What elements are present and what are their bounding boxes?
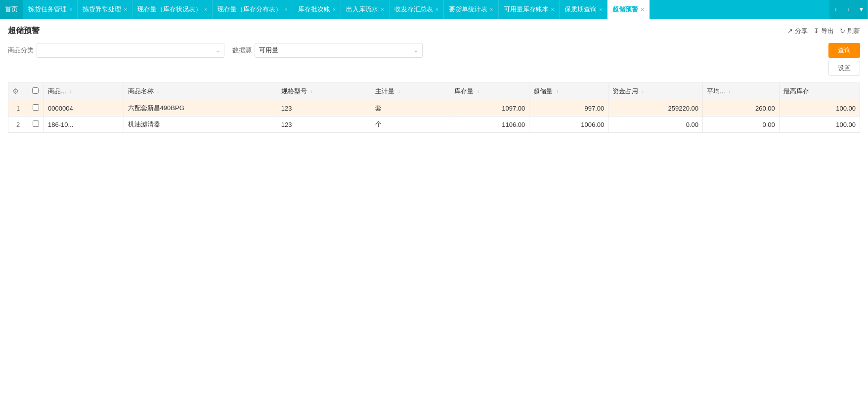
nav-item-home[interactable]: 首页 — [0, 0, 23, 19]
category-select-arrow: ⌄ — [216, 47, 220, 54]
row-code-1: 186-10... — [44, 117, 124, 133]
row-maxstock-1: 100.00 — [779, 117, 860, 133]
datasource-select[interactable]: 可用量 ⌄ — [255, 43, 423, 58]
row-checkbox-0[interactable] — [28, 100, 44, 117]
nav-close-stock-status[interactable]: × — [204, 6, 207, 12]
query-button[interactable]: 查询 — [828, 43, 860, 58]
nav-close-overstock[interactable]: × — [641, 6, 644, 12]
category-filter: 商品分类 ⌄ — [8, 43, 224, 58]
nav-close-batch[interactable]: × — [333, 6, 336, 12]
datasource-select-arrow: ⌄ — [414, 47, 418, 54]
nav-close-task[interactable]: × — [69, 6, 72, 12]
sort-name-icon[interactable]: ↕ — [157, 89, 159, 94]
sort-overstock-icon[interactable]: ↕ — [556, 89, 559, 94]
sort-code-icon[interactable]: ↕ — [69, 89, 72, 94]
column-stock: 库存量 ↕ — [450, 83, 529, 100]
sort-spec-icon[interactable]: ↕ — [310, 89, 312, 94]
datasource-filter: 数据源 可用量 ⌄ — [232, 43, 423, 58]
nav-close-stock-dist[interactable]: × — [284, 6, 287, 12]
sort-avg-icon[interactable]: ↕ — [728, 89, 731, 94]
setting-button[interactable]: 设置 — [828, 61, 860, 76]
page-header: 超储预警 ↗ 分享 ↧ 导出 ↻ 刷新 — [8, 26, 860, 36]
top-nav: 首页 拣货任务管理 × 拣货异常处理 × 现存量（库存状况表） × 现存量（库存… — [0, 0, 868, 19]
column-capital: 资金占用 ↕ — [608, 83, 703, 100]
gear-icon[interactable]: ⚙ — [12, 87, 19, 95]
column-checkbox — [28, 83, 44, 100]
table-row: 1 0000004 六配套新昌490BPG 123 套 1097.00 997.… — [8, 100, 860, 117]
column-maxstock: 最高库存 — [779, 83, 860, 100]
row-capital-1: 0.00 — [608, 117, 703, 133]
table-header-row: ⚙ 商品... ↕ 商品名称 ↕ 规格型号 ↕ 主计量 — [8, 83, 860, 100]
column-spec: 规格型号 ↕ — [277, 83, 371, 100]
column-settings[interactable]: ⚙ — [8, 83, 28, 100]
row-unit-1: 个 — [371, 117, 450, 133]
row-capital-0: 259220.00 — [608, 100, 703, 117]
row-unit-0: 套 — [371, 100, 450, 117]
refresh-button[interactable]: ↻ 刷新 — [840, 27, 860, 36]
row-avg-1: 0.00 — [702, 117, 779, 133]
column-name: 商品名称 ↕ — [124, 83, 277, 100]
row-avg-0: 260.00 — [702, 100, 779, 117]
row-name-1: 机油滤清器 — [124, 117, 277, 133]
row-stock-1: 1106.00 — [450, 117, 529, 133]
share-icon: ↗ — [787, 27, 793, 35]
nav-close-exception[interactable]: × — [124, 6, 127, 12]
nav-item-available[interactable]: 可用量库存账本 × — [499, 0, 560, 19]
export-icon: ↧ — [814, 27, 819, 35]
page-content: 超储预警 ↗ 分享 ↧ 导出 ↻ 刷新 商品分类 ⌄ — [0, 19, 868, 395]
category-select[interactable]: ⌄ — [37, 43, 224, 58]
select-all-checkbox[interactable] — [32, 87, 39, 94]
nav-close-expiry[interactable]: × — [599, 6, 602, 12]
nav-item-overstock[interactable]: 超储预警 × — [608, 0, 649, 19]
nav-item-stock-status[interactable]: 现存量（库存状况表） × — [132, 0, 213, 19]
nav-left-arrow[interactable]: ‹ — [829, 0, 842, 19]
row-overstock-0: 997.00 — [529, 100, 608, 117]
sort-capital-icon[interactable]: ↕ — [642, 89, 644, 94]
row-stock-0: 1097.00 — [450, 100, 529, 117]
row-spec-0: 123 — [277, 100, 371, 117]
row-maxstock-0: 100.00 — [779, 100, 860, 117]
row-num-0: 1 — [8, 100, 28, 117]
nav-item-flow[interactable]: 出入库流水 × — [341, 0, 389, 19]
nav-more-arrow[interactable]: ▼ — [855, 0, 868, 19]
nav-right-arrow[interactable]: › — [842, 0, 855, 19]
nav-arrows: ‹ › ▼ — [829, 0, 868, 19]
row-checkbox-1[interactable] — [28, 117, 44, 133]
nav-item-task[interactable]: 拣货任务管理 × — [23, 0, 78, 19]
nav-close-order-stat[interactable]: × — [490, 6, 493, 12]
nav-item-summary[interactable]: 收发存汇总表 × — [390, 0, 444, 19]
sort-unit-icon[interactable]: ↕ — [398, 89, 400, 94]
page-title: 超储预警 — [8, 26, 40, 36]
row-code-0: 0000004 — [44, 100, 124, 117]
row-spec-1: 123 — [277, 117, 371, 133]
column-code: 商品... ↕ — [44, 83, 124, 100]
nav-item-order-stat[interactable]: 要货单统计表 × — [444, 0, 498, 19]
sort-stock-icon[interactable]: ↕ — [477, 89, 479, 94]
nav-item-batch[interactable]: 库存批次账 × — [293, 0, 341, 19]
share-button[interactable]: ↗ 分享 — [787, 27, 808, 36]
nav-close-flow[interactable]: × — [381, 6, 384, 12]
nav-item-exception[interactable]: 拣货异常处理 × — [78, 0, 132, 19]
export-button[interactable]: ↧ 导出 — [814, 27, 834, 36]
page-actions: ↗ 分享 ↧ 导出 ↻ 刷新 — [787, 27, 860, 36]
nav-close-available[interactable]: × — [551, 6, 554, 12]
column-unit: 主计量 ↕ — [371, 83, 450, 100]
table-row: 2 186-10... 机油滤清器 123 个 1106.00 1006.00 … — [8, 117, 860, 133]
data-table: ⚙ 商品... ↕ 商品名称 ↕ 规格型号 ↕ 主计量 — [8, 82, 860, 133]
column-avg: 平均... ↕ — [702, 83, 779, 100]
nav-item-expiry[interactable]: 保质期查询 × — [560, 0, 608, 19]
row-name-0: 六配套新昌490BPG — [124, 100, 277, 117]
refresh-icon: ↻ — [840, 27, 845, 35]
row-num-1: 2 — [8, 117, 28, 133]
filter-buttons: 查询 设置 — [828, 43, 860, 76]
nav-item-stock-dist[interactable]: 现存量（库存分布表） × — [213, 0, 293, 19]
nav-close-summary[interactable]: × — [435, 6, 438, 12]
row-overstock-1: 1006.00 — [529, 117, 608, 133]
column-overstock: 超储量 ↕ — [529, 83, 608, 100]
